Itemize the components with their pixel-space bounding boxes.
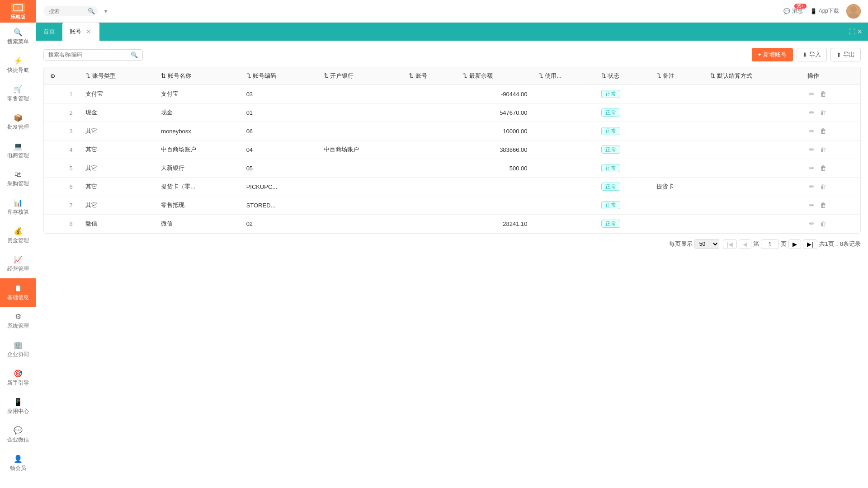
- row-code: 02: [241, 215, 318, 233]
- tabbar: 首页 账号 ✕ ⛶ ✕: [36, 23, 868, 41]
- sidebar-item-wechat[interactable]: 💬 企业微信: [0, 421, 36, 449]
- sidebar-item-wholesale[interactable]: 📦 批发管理: [0, 108, 36, 136]
- edit-button[interactable]: ✏: [807, 201, 816, 210]
- prev-page-button[interactable]: ◀: [739, 239, 751, 249]
- row-name: 现金: [156, 103, 241, 122]
- row-status: 正常: [596, 196, 651, 215]
- row-type: 现金: [80, 103, 156, 122]
- sidebar-item-enterprise[interactable]: 🏢 企业协同: [0, 335, 36, 364]
- delete-button[interactable]: 🗑: [818, 182, 828, 191]
- delete-button[interactable]: 🗑: [818, 89, 828, 99]
- user-avatar[interactable]: [846, 4, 861, 19]
- sidebar-item-search[interactable]: 🔍 搜索菜单: [0, 23, 36, 51]
- delete-button[interactable]: 🗑: [818, 145, 828, 154]
- sidebar-item-guide[interactable]: 🎯 新手引导: [0, 364, 36, 392]
- row-bank: 中百商场账户: [318, 141, 403, 159]
- topbar-search-input[interactable]: [49, 8, 85, 14]
- topbar-dropdown-icon[interactable]: ▼: [103, 8, 108, 14]
- sidebar-item-shortcut[interactable]: ⚡ 快捷导航: [0, 51, 36, 80]
- accounts-table-wrap: ⚙ ⇅ 账号类型 ⇅ 账号名称 ⇅ 账号编码: [43, 67, 861, 234]
- shortcut-icon: ⚡: [14, 56, 23, 65]
- edit-button[interactable]: ✏: [807, 164, 816, 173]
- sidebar-item-operations[interactable]: 📈 经营管理: [0, 250, 36, 278]
- edit-button[interactable]: ✏: [807, 127, 816, 136]
- row-index: 1: [62, 85, 80, 103]
- row-status: 正常: [596, 103, 651, 122]
- row-code: STORED...: [241, 196, 318, 215]
- row-default-settle: [705, 122, 802, 141]
- close-expand-icon[interactable]: ✕: [857, 28, 863, 35]
- sidebar-item-label: 应用中心: [7, 408, 29, 415]
- sidebar-item-retail[interactable]: 🛒 零售管理: [0, 80, 36, 108]
- export-button[interactable]: ⬆ 导出: [830, 48, 861, 61]
- row-account: [403, 196, 457, 215]
- app-download-label: App下载: [819, 7, 839, 15]
- import-button[interactable]: ⬇ 导入: [797, 48, 827, 61]
- row-default-settle: [705, 196, 802, 215]
- sidebar-item-label: 新手引导: [7, 379, 29, 387]
- edit-button[interactable]: ✏: [807, 182, 816, 191]
- sidebar-item-inventory[interactable]: 📊 库存核算: [0, 193, 36, 221]
- col-account: ⇅ 账号: [403, 67, 457, 85]
- row-settings: [44, 215, 62, 233]
- sidebar-item-appcenter[interactable]: 📱 应用中心: [0, 392, 36, 421]
- topbar-search-box[interactable]: 🔍: [43, 6, 98, 16]
- sidebar-item-purchase[interactable]: 🛍 采购管理: [0, 165, 36, 193]
- row-settings: [44, 196, 62, 215]
- row-code: 04: [241, 141, 318, 159]
- row-balance: -90444.00: [457, 85, 533, 103]
- content-search-input[interactable]: [48, 52, 128, 58]
- content-search-box[interactable]: 🔍: [43, 49, 143, 61]
- delete-button[interactable]: 🗑: [818, 164, 828, 173]
- row-usage: [533, 122, 596, 141]
- sidebar-item-member[interactable]: 👤 畅会员: [0, 449, 36, 478]
- purchase-icon: 🛍: [14, 170, 22, 178]
- app-download-button[interactable]: 📱 App下载: [810, 7, 839, 15]
- row-action: ✏ 🗑: [802, 178, 860, 196]
- row-default-settle: [705, 215, 802, 233]
- content-search-icon: 🔍: [131, 52, 138, 58]
- col-code: ⇅ 账号编码: [241, 67, 318, 85]
- member-icon: 👤: [14, 455, 23, 463]
- delete-button[interactable]: 🗑: [818, 201, 828, 210]
- col-usage: ⇅ 使用...: [533, 67, 596, 85]
- edit-button[interactable]: ✏: [807, 219, 816, 228]
- col-default-settle: ⇅ 默认结算方式: [705, 67, 802, 85]
- first-page-button[interactable]: |◀: [723, 239, 737, 249]
- row-usage: [533, 141, 596, 159]
- next-page-button[interactable]: ▶: [788, 239, 801, 249]
- sidebar-item-ecommerce[interactable]: 💻 电商管理: [0, 136, 36, 165]
- message-button[interactable]: 💬 消息 99+: [783, 7, 803, 15]
- row-account: [403, 159, 457, 178]
- sidebar-item-finance[interactable]: 💰 资金管理: [0, 221, 36, 250]
- edit-button[interactable]: ✏: [807, 89, 816, 99]
- last-page-button[interactable]: ▶|: [803, 239, 817, 249]
- row-bank: [318, 215, 403, 233]
- export-icon: ⬆: [836, 52, 841, 58]
- tab-close-icon[interactable]: ✕: [85, 28, 92, 35]
- delete-button[interactable]: 🗑: [818, 219, 828, 228]
- page-end-label: 页: [781, 240, 787, 248]
- row-name: 支付宝: [156, 85, 241, 103]
- sidebar-item-basic[interactable]: 📋 基础信息: [0, 278, 36, 307]
- col-settings[interactable]: ⚙: [44, 67, 62, 85]
- delete-button[interactable]: 🗑: [818, 108, 828, 117]
- edit-button[interactable]: ✏: [807, 108, 816, 117]
- sidebar-item-label: 搜索菜单: [7, 38, 29, 46]
- delete-button[interactable]: 🗑: [818, 127, 828, 136]
- row-usage: [533, 103, 596, 122]
- tab-account[interactable]: 账号 ✕: [62, 23, 99, 41]
- sidebar-item-system[interactable]: ⚙ 系统管理: [0, 307, 36, 335]
- tab-home[interactable]: 首页: [36, 23, 62, 41]
- page-size-label: 每页显示: [669, 240, 693, 248]
- row-action: ✏ 🗑: [802, 159, 860, 178]
- edit-button[interactable]: ✏: [807, 145, 816, 154]
- page-number-input[interactable]: [761, 239, 779, 249]
- row-default-settle: [705, 178, 802, 196]
- tab-account-label: 账号: [70, 28, 81, 36]
- row-default-settle: [705, 159, 802, 178]
- add-account-button[interactable]: + 新增账号: [752, 48, 793, 61]
- page-size-select[interactable]: 50 100 200: [694, 239, 719, 249]
- expand-icon[interactable]: ⛶: [849, 28, 855, 35]
- retail-icon: 🛒: [14, 85, 23, 94]
